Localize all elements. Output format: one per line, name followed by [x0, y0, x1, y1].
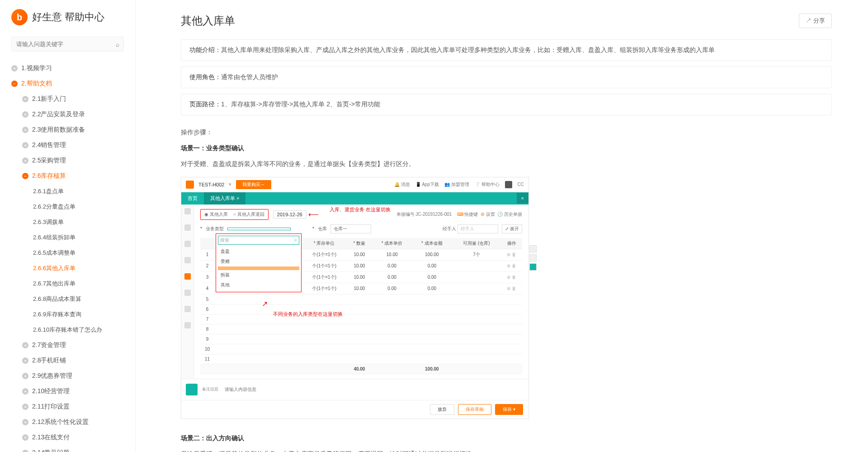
nav-label: 2.11打印设置	[32, 403, 70, 411]
nav-item[interactable]: +2.5采购管理	[11, 153, 124, 168]
search-icon[interactable]: ⌕	[116, 41, 119, 48]
filter-label: 经手人	[443, 226, 456, 231]
scene1-title: 场景一：业务类型确认	[181, 143, 832, 154]
arrow-icon: ⟵	[308, 210, 319, 219]
intro-label: 功能介绍：	[189, 46, 221, 53]
discard-button: 放弃	[430, 404, 454, 415]
nav-item[interactable]: −2.帮助文档	[11, 76, 124, 91]
share-label: 分享	[813, 17, 825, 24]
nav-label: 2.12系统个性化设置	[32, 418, 89, 426]
plus-icon: +	[22, 111, 28, 118]
side-icon	[184, 257, 191, 263]
scene2-title: 场景二：出入方向确认	[181, 433, 832, 444]
plus-icon: +	[22, 342, 28, 348]
main-content: 其他入库单 ↗ 分享 功能介绍：其他入库单用来处理除采购入库、产成品入库之外的其…	[136, 0, 868, 452]
path-box: 页面路径：1、库存核算->库存管理->其他入库单 2、首页->常用功能	[181, 94, 832, 115]
brand-logo-icon: b	[11, 9, 28, 25]
brand-title: 好生意 帮助中心	[32, 10, 104, 24]
nav-item[interactable]: +2.12系统个性化设置	[11, 414, 124, 430]
memo-icon	[186, 384, 198, 395]
nav-label: 2.4销售管理	[32, 141, 66, 149]
toolbar-item: 历史单据	[504, 212, 522, 217]
intro-box: 功能介绍：其他入库单用来处理除采购入库、产成品入库之外的其他入库业务，因此其他入…	[181, 39, 832, 61]
nav-item[interactable]: 2.6.9库存账本查询	[11, 307, 124, 322]
nav-item-current[interactable]: 2.6.6其他入库单	[11, 261, 124, 276]
avatar-icon	[505, 181, 512, 188]
dropdown-option: 盘盈	[218, 247, 299, 257]
th: 操作	[501, 238, 522, 249]
nav-item[interactable]: +2.10经营管理	[11, 384, 124, 399]
nav-label: 2.6.6其他入库单	[33, 264, 75, 272]
sidebar: b 好生意 帮助中心 ⌕ +1.视频学习 −2.帮助文档 +2.1新手入门 +2…	[0, 0, 136, 452]
path-text: 1、库存核算->库存管理->其他入库单 2、首页->常用功能	[221, 100, 380, 108]
nav-item[interactable]: +2.8手机旺铺	[11, 353, 124, 368]
nav-label: 2.6.4组装拆卸单	[33, 233, 75, 242]
minus-icon: −	[22, 173, 28, 179]
dropdown-option: 拆装	[218, 270, 299, 280]
nav-item[interactable]: 2.6.8商品成本重算	[11, 291, 124, 307]
plus-icon: +	[22, 388, 28, 395]
th	[200, 238, 214, 249]
scene2-text1: 无论是受赠，还是其他类型的业务，由于入库商品质量等原因，需要退回，这时可通过单据…	[181, 448, 832, 452]
role-label: 使用角色：	[189, 73, 221, 81]
nav-item[interactable]: 2.6.4组装拆卸单	[11, 230, 124, 245]
shot-menu: 加盟管理	[451, 182, 469, 187]
side-icon	[184, 290, 191, 296]
memo-label: 备注信息	[202, 386, 218, 392]
nav-label: 2.6库存核算	[32, 172, 66, 180]
nav-item[interactable]: 2.6.5成本调整单	[11, 245, 124, 261]
screenshot-figure: TEST-H002 ▾ 我要购买～ 🔔 消息 📱 App下载 👥 加盟管理 ❔ …	[181, 177, 529, 419]
nav-item[interactable]: +2.7资金管理	[11, 338, 124, 353]
nav-item[interactable]: 2.6.2分量盘点单	[11, 199, 124, 214]
share-button[interactable]: ↗ 分享	[799, 14, 832, 28]
toolbar-item: 快捷键	[464, 212, 478, 217]
th: 成本单价	[384, 241, 402, 246]
nav-item[interactable]: +2.4销售管理	[11, 138, 124, 153]
nav-item[interactable]: +2.13在线支付	[11, 430, 124, 445]
search-input[interactable]	[11, 37, 124, 52]
plus-icon: +	[22, 357, 28, 364]
side-icon	[184, 224, 191, 231]
th: 数量	[356, 241, 365, 246]
nav-label: 2.6.2分量盘点单	[33, 203, 75, 211]
nav-label: 2.8手机旺铺	[32, 357, 66, 365]
filter-placeholder: 经手人	[458, 224, 498, 233]
nav-item[interactable]: 2.6.7其他出库单	[11, 276, 124, 291]
nav-item[interactable]: +2.11打印设置	[11, 399, 124, 414]
nav-label: 2.6.1盘点单	[33, 187, 64, 195]
nav-label: 2.13在线支付	[32, 433, 70, 442]
page-title: 其他入库单	[181, 14, 235, 28]
nav-item[interactable]: −2.6库存核算	[11, 168, 124, 184]
annotation-text: 不同业务的入库类型在这里切换	[273, 311, 343, 318]
nav-item[interactable]: +2.1新手入门	[11, 91, 124, 107]
nav-label: 2.1新手入门	[32, 95, 66, 103]
plus-icon: +	[22, 450, 28, 452]
nav-item[interactable]: +2.2产品安装及登录	[11, 107, 124, 122]
th: 可用量 (仓库)	[452, 238, 501, 249]
nav-label: 2.14常见问题	[32, 449, 70, 452]
nav-item[interactable]: +2.9优惠券管理	[11, 368, 124, 384]
date-field: 2019-12-26	[273, 210, 307, 219]
th: 库存单位	[316, 241, 335, 246]
filter-label: 业务类型	[206, 226, 224, 232]
sum-qty: 40.00	[347, 364, 372, 374]
nav-item[interactable]: +2.3使用前数据准备	[11, 122, 124, 138]
side-icon	[184, 241, 191, 247]
nav-label: 2.6.8商品成本重算	[33, 295, 81, 303]
nav-item[interactable]: 2.6.3调拨单	[11, 214, 124, 230]
steps-label: 操作步骤：	[181, 127, 832, 138]
nav-label: 2.6.9库存账本查询	[33, 310, 81, 319]
shot-menu: App下载	[422, 182, 439, 187]
scene1-text: 对于受赠、盘盈或是拆装入库等不同的业务，是通过单据头【业务类型】进行区分。	[181, 158, 832, 170]
plus-icon: +	[22, 127, 28, 133]
annotation-text: 入库、退货业务 在这里切换	[330, 206, 391, 213]
nav-item[interactable]: 2.6.10库存账本错了怎么办	[11, 322, 124, 338]
nav-item[interactable]: +2.14常见问题	[11, 445, 124, 452]
intro-text: 其他入库单用来处理除采购入库、产成品入库之外的其他入库业务，因此其他入库单可处理…	[221, 46, 715, 53]
filter-value: 仓库一	[330, 224, 371, 233]
nav-item[interactable]: 2.6.1盘点单	[11, 184, 124, 199]
right-tools	[529, 245, 537, 271]
nav-item[interactable]: +1.视频学习	[11, 61, 124, 76]
arrow-icon: ↗	[262, 300, 268, 308]
close-icon: ×	[517, 193, 528, 204]
